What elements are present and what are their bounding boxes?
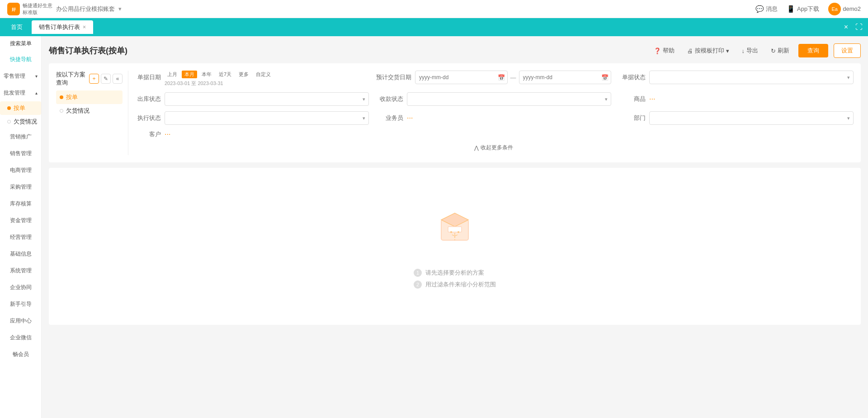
dot-outline-icon bbox=[7, 120, 11, 124]
tab-bar-actions: × ⛶ bbox=[842, 21, 864, 33]
salesman-input-wrap: ··· bbox=[407, 114, 611, 122]
content-area: 销售订单执行表(按单) ❓ 帮助 🖨 按模板打印 ▾ ↓ 导出 bbox=[42, 36, 868, 418]
logo-icon: 好 bbox=[7, 3, 20, 15]
sidebar-item-marketing[interactable]: 营销推广 bbox=[0, 128, 41, 145]
empty-step-1: 1 请先选择要分析的方案 bbox=[414, 269, 496, 277]
filter-sidebar-title: 按以下方案查询 bbox=[56, 71, 89, 87]
filter-collapse-button[interactable]: « bbox=[113, 74, 123, 84]
out-state-select[interactable] bbox=[165, 92, 369, 106]
customer-dots-icon[interactable]: ··· bbox=[165, 130, 170, 138]
dept-select[interactable] bbox=[649, 111, 854, 125]
empty-step-1-text: 请先选择要分析的方案 bbox=[425, 269, 484, 277]
sidebar-sub-item-order[interactable]: 按单 bbox=[0, 101, 41, 115]
help-icon: ❓ bbox=[654, 48, 661, 54]
salesman-dots-icon[interactable]: ··· bbox=[407, 114, 413, 122]
sidebar-item-retail[interactable]: 零售管理 ▾ bbox=[0, 68, 41, 85]
collapse-up-icon: ⋀ bbox=[474, 145, 479, 151]
expected-date-range: 📅 — 📅 bbox=[415, 71, 611, 84]
dept-field: 部门 ▾ bbox=[618, 111, 854, 125]
exec-state-select[interactable] bbox=[165, 111, 369, 125]
sidebar-item-quick-nav[interactable]: 快捷导航 bbox=[0, 51, 41, 68]
step-num-2: 2 bbox=[414, 280, 422, 289]
settings-button[interactable]: 设置 bbox=[834, 43, 861, 58]
app-download-label: App下载 bbox=[797, 5, 819, 13]
single-state-select[interactable] bbox=[649, 71, 854, 84]
sidebar-item-wechat[interactable]: 企业微信 bbox=[0, 329, 41, 346]
salesman-label: 业务员 bbox=[376, 114, 403, 122]
message-icon: 💬 bbox=[755, 5, 764, 13]
date-tab-custom[interactable]: 自定义 bbox=[253, 71, 274, 78]
query-button[interactable]: 查询 bbox=[798, 44, 828, 57]
expected-date-field: 预计交货日期 📅 — 📅 bbox=[376, 71, 611, 84]
sidebar-item-member[interactable]: 畅会员 bbox=[0, 346, 41, 363]
date-tab-this-year[interactable]: 本年 bbox=[199, 71, 214, 78]
sidebar-item-ecommerce[interactable]: 电商管理 bbox=[0, 162, 41, 179]
scheme-dot-outline-icon bbox=[60, 109, 63, 113]
exec-state-label: 执行状态 bbox=[134, 114, 161, 122]
tab-expand-button[interactable]: ⛶ bbox=[854, 21, 864, 33]
expected-date-label: 预计交货日期 bbox=[376, 73, 411, 81]
header-right: 💬 消息 📱 App下载 Ea demo2 bbox=[755, 3, 861, 15]
message-action[interactable]: 💬 消息 bbox=[755, 5, 778, 13]
filter-scheme-shortage[interactable]: 欠货情况 bbox=[56, 104, 123, 118]
sidebar-sub-item-shortage[interactable]: 欠货情况 bbox=[0, 115, 41, 128]
svg-rect-5 bbox=[448, 227, 462, 232]
filter-sidebar: 按以下方案查询 + ✎ « bbox=[56, 71, 128, 155]
receipt-state-field: 收款状态 ▾ bbox=[376, 92, 611, 106]
sidebar-item-enterprise[interactable]: 企业协同 bbox=[0, 279, 41, 296]
step-num-1: 1 bbox=[414, 269, 422, 277]
print-dropdown-icon: ▾ bbox=[726, 48, 729, 54]
empty-icon bbox=[432, 204, 477, 258]
filter-sidebar-actions: + ✎ « bbox=[89, 74, 123, 84]
receipt-state-select[interactable] bbox=[407, 92, 611, 106]
export-button[interactable]: ↓ 导出 bbox=[738, 45, 762, 57]
sidebar-item-basic-info[interactable]: 基础信息 bbox=[0, 246, 41, 262]
date-tab-7days[interactable]: 近7天 bbox=[216, 71, 234, 78]
filter-add-button[interactable]: + bbox=[89, 74, 99, 84]
collapse-bar[interactable]: ⋀ 收起更多条件 bbox=[134, 140, 854, 155]
expected-date-start-input[interactable] bbox=[415, 71, 508, 84]
sidebar-item-system[interactable]: 系统管理 bbox=[0, 262, 41, 279]
refresh-icon: ↻ bbox=[771, 48, 776, 54]
user-action[interactable]: Ea demo2 bbox=[828, 3, 861, 15]
page-title-bar: 销售订单执行表(按单) ❓ 帮助 🖨 按模板打印 ▾ ↓ 导出 bbox=[49, 43, 861, 58]
sidebar-item-operations[interactable]: 经营管理 bbox=[0, 229, 41, 246]
top-header: 好 畅捷通好生意 标准版 办公用品行业模拟账套 ▾ 💬 消息 📱 App下载 E… bbox=[0, 0, 868, 18]
date-tab-last-month[interactable]: 上月 bbox=[165, 71, 180, 78]
exec-state-field: 执行状态 ▾ bbox=[134, 111, 369, 125]
salesman-field: 业务员 ··· bbox=[376, 111, 611, 125]
tab-current[interactable]: 销售订单执行表 × bbox=[32, 20, 93, 34]
tab-close-icon[interactable]: × bbox=[83, 24, 86, 30]
receipt-state-select-wrap: ▾ bbox=[407, 92, 611, 106]
export-icon: ↓ bbox=[742, 48, 745, 54]
date-tab-this-month[interactable]: 本月 bbox=[182, 71, 197, 78]
filter-edit-button[interactable]: ✎ bbox=[101, 74, 111, 84]
refresh-button[interactable]: ↻ 刷新 bbox=[767, 45, 793, 57]
sidebar-item-wholesale[interactable]: 批发管理 ▴ bbox=[0, 85, 41, 101]
out-state-label: 出库状态 bbox=[134, 95, 161, 103]
sidebar-item-search[interactable]: 搜索菜单 bbox=[0, 36, 41, 51]
dot-icon bbox=[7, 106, 11, 110]
date-tab-more[interactable]: 更多 bbox=[236, 71, 251, 78]
expected-date-end-input[interactable] bbox=[519, 71, 612, 84]
sidebar-item-finance[interactable]: 资金管理 bbox=[0, 212, 41, 229]
header-left: 好 畅捷通好生意 标准版 办公用品行业模拟账套 ▾ bbox=[7, 2, 122, 15]
app-download-action[interactable]: 📱 App下载 bbox=[787, 5, 819, 13]
help-button[interactable]: ❓ 帮助 bbox=[650, 45, 678, 57]
tab-close-button[interactable]: × bbox=[842, 21, 850, 33]
filter-scheme-order[interactable]: 按单 bbox=[56, 90, 123, 104]
sidebar-item-purchase[interactable]: 采购管理 bbox=[0, 179, 41, 195]
goods-input-wrap: ··· bbox=[649, 95, 854, 103]
sidebar-item-app-center[interactable]: 应用中心 bbox=[0, 313, 41, 329]
sidebar-item-inventory[interactable]: 库存核算 bbox=[0, 195, 41, 212]
breadcrumb-dropdown-icon[interactable]: ▾ bbox=[118, 5, 122, 12]
sidebar-item-sales[interactable]: 销售管理 bbox=[0, 145, 41, 162]
single-date-label: 单据日期 bbox=[134, 71, 161, 81]
app-download-icon: 📱 bbox=[787, 5, 795, 13]
sidebar: 搜索菜单 快捷导航 零售管理 ▾ 批发管理 ▴ 按单 欠货情况 营销推广 销售管… bbox=[0, 36, 42, 418]
sidebar-item-newbie[interactable]: 新手引导 bbox=[0, 296, 41, 313]
logo-text: 畅捷通好生意 标准版 bbox=[23, 2, 52, 15]
tab-home[interactable]: 首页 bbox=[4, 20, 30, 34]
print-template-button[interactable]: 🖨 按模板打印 ▾ bbox=[684, 45, 733, 57]
goods-dots-icon[interactable]: ··· bbox=[649, 95, 655, 103]
